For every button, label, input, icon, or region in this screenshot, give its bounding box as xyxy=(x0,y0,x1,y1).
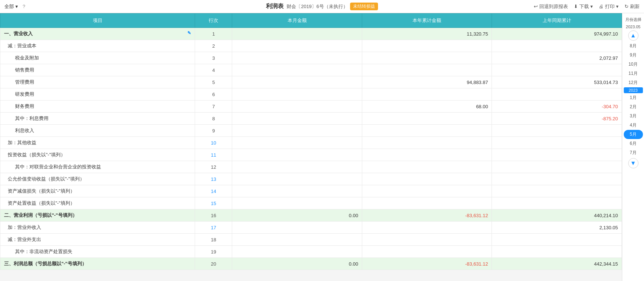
col-header-row: 行次 xyxy=(195,14,232,28)
td-month-amount xyxy=(232,197,362,209)
td-month-amount xyxy=(232,246,362,258)
td-row-num[interactable]: 17 xyxy=(195,222,232,234)
help-icon[interactable]: ? xyxy=(21,4,27,10)
td-month-amount xyxy=(232,222,362,234)
sidebar-month-item[interactable]: 3月 xyxy=(624,112,643,121)
td-lastyear-amount: 2,130.05 xyxy=(492,222,622,234)
table-row: 资产减值损失（损失以"-"填列）14 xyxy=(0,185,622,197)
td-item: 投资收益（损失以"-"填列） xyxy=(0,149,195,161)
table-row: 二、营业利润（亏损以"-"号填列）160.00-83,631.12440,214… xyxy=(0,209,622,222)
td-month-amount xyxy=(232,113,362,125)
sidebar-month-item[interactable]: 8月 xyxy=(624,41,643,51)
td-lastyear-amount: 974,997.10 xyxy=(492,28,622,40)
refresh-button[interactable]: ↻ 刷新 xyxy=(625,3,640,10)
td-month-amount xyxy=(232,149,362,161)
td-year-amount xyxy=(362,40,492,52)
td-year-amount xyxy=(362,222,492,234)
table-area[interactable]: 项目 行次 本月金额 本年累计金额 上年同期累计 一、营业收入✎111,320.… xyxy=(0,13,622,281)
dropdown-arrow-icon: ▾ xyxy=(15,4,18,9)
td-year-amount xyxy=(362,173,492,185)
td-month-amount xyxy=(232,52,362,64)
td-row-num: 16 xyxy=(195,209,232,222)
td-year-amount xyxy=(362,246,492,258)
td-lastyear-amount xyxy=(492,161,622,173)
td-year-amount: 11,320.75 xyxy=(362,28,492,40)
td-lastyear-amount xyxy=(492,125,622,137)
download-button[interactable]: ⬇ 下载 ▾ xyxy=(574,3,593,10)
td-row-num: 1 xyxy=(195,28,232,40)
report-title: 利润表 xyxy=(266,3,284,10)
print-icon: 🖨 xyxy=(599,4,604,9)
sidebar-month-item[interactable]: 1月 xyxy=(624,93,643,102)
sidebar-month-item[interactable]: 11月 xyxy=(624,69,643,78)
sidebar-month-item[interactable]: 7月 xyxy=(624,148,643,157)
td-lastyear-amount xyxy=(492,40,622,52)
td-row-num[interactable]: 15 xyxy=(195,197,232,209)
app-container: 全部 ▾ ? 利润表 财会〔2019〕6号（未执行） 未结转损益 ↩ 回退到原报… xyxy=(0,0,644,281)
td-year-amount xyxy=(362,125,492,137)
td-row-num: 5 xyxy=(195,76,232,88)
back-button[interactable]: ↩ 回退到原报表 xyxy=(534,3,568,10)
td-year-amount xyxy=(362,234,492,246)
print-button[interactable]: 🖨 打印 ▾ xyxy=(599,3,619,10)
td-row-num[interactable]: 14 xyxy=(195,185,232,197)
td-year-amount xyxy=(362,64,492,76)
td-lastyear-amount: -304.70 xyxy=(492,101,622,113)
td-lastyear-amount xyxy=(492,197,622,209)
table-header-row: 项目 行次 本月金额 本年累计金额 上年同期累计 xyxy=(0,14,622,28)
td-month-amount xyxy=(232,88,362,101)
td-item: 管理费用 xyxy=(0,76,195,88)
col-header-month: 本月金额 xyxy=(232,14,362,28)
td-lastyear-amount: -875.20 xyxy=(492,113,622,125)
table-row: 加：营业外收入172,130.05 xyxy=(0,222,622,234)
td-year-amount: -83,631.12 xyxy=(362,258,492,270)
sidebar-month-item[interactable]: 12月 xyxy=(624,78,643,87)
status-badge: 未结转损益 xyxy=(350,3,378,10)
edit-icon[interactable]: ✎ xyxy=(187,30,191,36)
sidebar-year-badge[interactable]: 2023 xyxy=(624,87,643,93)
td-lastyear-amount: 442,344.15 xyxy=(492,258,622,270)
td-month-amount xyxy=(232,234,362,246)
print-label: 打印 xyxy=(605,3,615,10)
td-item: 加：营业外收入 xyxy=(0,222,195,234)
sidebar-month-item[interactable]: 6月 xyxy=(624,139,643,148)
td-year-amount xyxy=(362,149,492,161)
month-sidebar: 月份选择 2023.05 ▲ 8月9月10月11月12月20231月2月3月4月… xyxy=(622,13,644,281)
table-row: 其中：利息费用8-875.20 xyxy=(0,113,622,125)
sidebar-year-display: 2023.05 xyxy=(626,24,641,30)
td-lastyear-amount xyxy=(492,64,622,76)
header-left: 全部 ▾ ? xyxy=(4,3,27,10)
td-row-num: 20 xyxy=(195,258,232,270)
table-row: 一、营业收入✎111,320.75974,997.10 xyxy=(0,28,622,40)
sidebar-month-item[interactable]: 9月 xyxy=(624,51,643,60)
td-item: 资产处置收益（损失以"-"填列） xyxy=(0,197,195,209)
sidebar-down-button[interactable]: ▼ xyxy=(628,158,638,168)
td-row-num[interactable]: 13 xyxy=(195,173,232,185)
header-center: 利润表 财会〔2019〕6号（未执行） 未结转损益 xyxy=(266,3,378,10)
sidebar-up-button[interactable]: ▲ xyxy=(628,30,638,41)
td-year-amount: -83,631.12 xyxy=(362,209,492,222)
table-row: 管理费用594,883.87533,014.73 xyxy=(0,76,622,88)
td-month-amount xyxy=(232,76,362,88)
sidebar-month-item[interactable]: 2月 xyxy=(624,102,643,112)
refresh-icon: ↻ xyxy=(625,4,629,9)
td-item: 其中：利息费用 xyxy=(0,113,195,125)
td-row-num[interactable]: 11 xyxy=(195,149,232,161)
table-row: 投资收益（损失以"-"填列）11 xyxy=(0,149,622,161)
td-month-amount xyxy=(232,101,362,113)
td-month-amount xyxy=(232,40,362,52)
td-month-amount xyxy=(232,161,362,173)
sidebar-month-item[interactable]: 4月 xyxy=(624,121,643,130)
scope-dropdown[interactable]: 全部 ▾ xyxy=(4,3,18,10)
td-lastyear-amount xyxy=(492,173,622,185)
td-lastyear-amount: 2,072.97 xyxy=(492,52,622,64)
td-item: 利息收入 xyxy=(0,125,195,137)
download-icon: ⬇ xyxy=(574,4,578,9)
report-table: 项目 行次 本月金额 本年累计金额 上年同期累计 一、营业收入✎111,320.… xyxy=(0,13,622,270)
td-year-amount xyxy=(362,197,492,209)
td-row-num[interactable]: 10 xyxy=(195,137,232,149)
table-row: 减：营业外支出18 xyxy=(0,234,622,246)
sidebar-month-item[interactable]: 10月 xyxy=(624,60,643,69)
sidebar-month-item[interactable]: 5月 xyxy=(624,130,643,139)
table-row: 减：营业成本2 xyxy=(0,40,622,52)
